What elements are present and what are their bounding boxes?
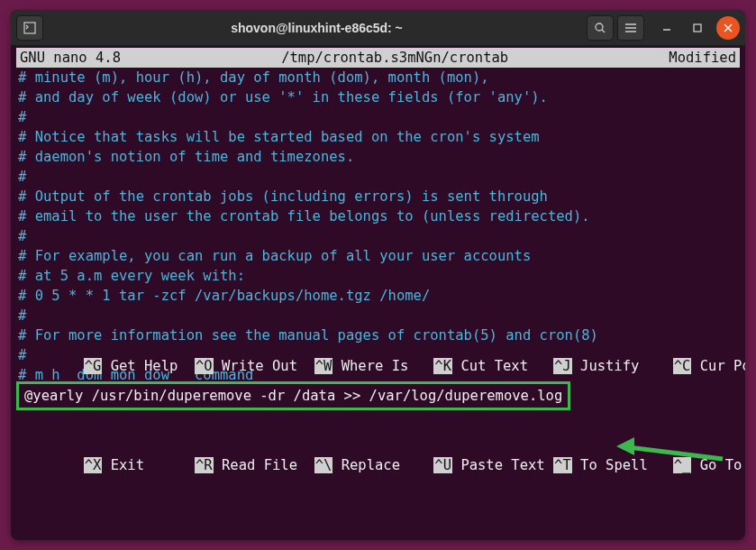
close-button[interactable] xyxy=(716,16,740,40)
nano-shortcuts: ^G Get Help ^O Write Out ^W Where Is ^K … xyxy=(16,297,740,535)
terminal-content[interactable]: GNU nano 4.8 /tmp/crontab.s3mNGn/crontab… xyxy=(11,46,745,540)
key-justify: ^J xyxy=(553,358,572,374)
nano-app-name: GNU nano 4.8 xyxy=(20,50,121,66)
key-curpos: ^C xyxy=(673,358,692,374)
comment-line: # and day of week (dow) or use '*' in th… xyxy=(18,87,740,107)
key-help: ^G xyxy=(84,358,103,374)
key-whereis: ^W xyxy=(314,358,333,374)
comment-line: # minute (m), hour (h), day of month (do… xyxy=(18,68,740,87)
svg-rect-7 xyxy=(694,24,701,32)
search-button[interactable] xyxy=(587,15,614,41)
key-cut: ^K xyxy=(433,358,452,374)
key-replace: ^\ xyxy=(314,457,333,473)
key-paste: ^U xyxy=(433,457,452,473)
comment-line: # xyxy=(18,107,740,127)
minimize-icon xyxy=(662,23,671,32)
nano-status: Modified xyxy=(669,48,736,68)
key-readfile: ^R xyxy=(195,457,214,473)
comment-line: # For example, you can run a backup of a… xyxy=(18,246,740,266)
comment-line: # xyxy=(18,167,740,187)
key-writeout: ^O xyxy=(195,358,214,374)
terminal-window: shovon@linuxhint-e86c5d: ~ GNU nano 4.8 … xyxy=(11,10,745,540)
minimize-button[interactable] xyxy=(655,16,679,40)
svg-line-2 xyxy=(602,30,605,32)
comment-line: # Output of the crontab jobs (including … xyxy=(18,187,740,206)
comment-line: # Notice that tasks will be started base… xyxy=(18,127,740,147)
comment-line: # xyxy=(18,226,740,246)
comment-line: # daemon's notion of time and timezones. xyxy=(18,147,740,167)
key-tospell: ^T xyxy=(553,457,572,473)
hamburger-icon xyxy=(624,23,637,33)
key-gotoline: ^_ xyxy=(673,457,692,473)
nano-filepath: /tmp/crontab.s3mNGn/crontab xyxy=(281,48,508,68)
close-icon xyxy=(724,23,733,32)
svg-point-1 xyxy=(596,23,603,31)
maximize-icon xyxy=(693,23,702,32)
comment-line: # email to the user the crontab file bel… xyxy=(18,206,740,226)
key-exit: ^X xyxy=(84,457,103,473)
comment-line: # at 5 a.m every week with: xyxy=(18,266,740,286)
nano-header: GNU nano 4.8 /tmp/crontab.s3mNGn/crontab… xyxy=(16,48,740,68)
terminal-icon xyxy=(23,22,36,34)
window-title: shovon@linuxhint-e86c5d: ~ xyxy=(47,21,587,35)
search-icon xyxy=(594,22,606,34)
svg-rect-0 xyxy=(24,23,35,33)
window-titlebar: shovon@linuxhint-e86c5d: ~ xyxy=(11,10,745,46)
maximize-button[interactable] xyxy=(686,16,709,40)
menu-button[interactable] xyxy=(617,15,644,41)
new-tab-button[interactable] xyxy=(16,15,43,41)
